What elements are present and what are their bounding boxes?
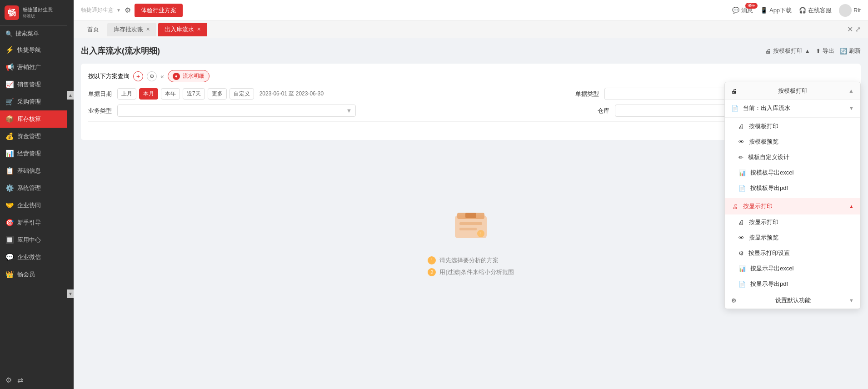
dropdown-template-excel[interactable]: 📊 按模板导出excel xyxy=(725,165,860,180)
filter-add-btn[interactable]: + xyxy=(133,71,143,81)
sidebar-item-finance[interactable]: 💰 资金管理 xyxy=(0,128,67,145)
dropdown-template-preview[interactable]: 👁 按模板预览 xyxy=(725,134,860,150)
empty-icon: ! xyxy=(448,202,494,247)
dropdown-template-print[interactable]: 🖨 按模板打印 xyxy=(725,119,860,134)
purchase-icon: 🛒 xyxy=(5,98,14,106)
app-badge: 标准版 xyxy=(23,13,53,19)
tpl-print-icon: 🖨 xyxy=(738,123,744,130)
system-icon: ⚙️ xyxy=(5,184,14,192)
hint-num-1: 1 xyxy=(428,256,436,264)
sidebar-item-collab[interactable]: 🤝 企业协同 xyxy=(0,197,67,214)
settings-bottom-icon[interactable]: ⚙ xyxy=(5,376,12,384)
topbar-settings-icon[interactable]: ⚙ xyxy=(125,6,131,15)
date-custom-btn[interactable]: 自定义 xyxy=(229,88,254,100)
date-last-month-btn[interactable]: 上月 xyxy=(117,88,136,100)
print-template-btn[interactable]: 🖨 按模板打印 ▲ xyxy=(765,47,810,55)
refresh-label: 刷新 xyxy=(849,47,861,55)
sidebar-item-basic[interactable]: 📋 基础信息 xyxy=(0,162,67,180)
filter-settings-btn[interactable]: ⚙ xyxy=(147,71,157,81)
dropdown-display-print-settings[interactable]: ⚙ 按显示打印设置 xyxy=(725,245,860,261)
dropdown-display-preview[interactable]: 👁 按显示预览 xyxy=(725,230,860,245)
headset-icon: 🎧 xyxy=(799,7,806,14)
sidebar-item-label: 企业协同 xyxy=(17,201,41,209)
sidebar-item-member[interactable]: 👑 畅会员 xyxy=(0,266,67,283)
sidebar-item-enterprise-wx[interactable]: 💬 企业微信 xyxy=(0,249,67,266)
dropdown-display-pdf[interactable]: 📄 按显示导出pdf xyxy=(725,276,860,292)
date-7days-btn[interactable]: 近7天 xyxy=(183,88,205,100)
dropdown-panel-up-arrow[interactable]: ▲ xyxy=(848,88,854,94)
sidebar-scroll-up[interactable]: ▲ xyxy=(67,91,74,100)
dropdown-template-custom[interactable]: ✏ 模板自定义设计 xyxy=(725,150,860,165)
date-filter: 上月 本月 本年 近7天 更多 自定义 xyxy=(117,88,254,100)
disp-excel-icon: 📊 xyxy=(738,265,746,272)
date-this-month-btn[interactable]: 本月 xyxy=(139,88,158,100)
messages-icon: 💬 xyxy=(732,7,739,14)
messages-btn[interactable]: 💬 消息 99+ xyxy=(732,6,753,15)
expand-bottom-icon[interactable]: ⇄ xyxy=(17,376,23,384)
sidebar-item-label: 采购管理 xyxy=(17,98,41,106)
divider-2 xyxy=(725,197,860,197)
sidebar-item-quick-nav[interactable]: ⚡ 快捷导航 xyxy=(0,41,67,59)
sidebar-item-label: 销售管理 xyxy=(17,80,41,89)
tab-batch-account-close[interactable]: ✕ xyxy=(146,26,150,32)
tab-home[interactable]: 首页 xyxy=(81,23,105,36)
dropdown-panel-icon: 🖨 xyxy=(731,88,737,95)
filter-query-header: 按以下方案查询 + ⚙ « ● 流水明细 xyxy=(88,70,853,82)
tab-batch-account[interactable]: 库存批次账 ✕ xyxy=(107,23,156,36)
tab-expand-btn[interactable]: ⤢ xyxy=(855,25,861,34)
tab-home-label: 首页 xyxy=(87,25,99,34)
disp-settings-icon: ⚙ xyxy=(738,250,744,257)
sidebar-item-guide[interactable]: 🎯 新手引导 xyxy=(0,214,67,231)
dropdown-footer[interactable]: ⚙ 设置默认功能 ▼ xyxy=(725,292,860,309)
sidebar-item-app-center[interactable]: 🔲 应用中心 xyxy=(0,231,67,249)
topbar: 畅捷通好生意 ▼ ⚙ 体验行业方案 💬 消息 99+ 📱 App下载 🎧 在线客… xyxy=(74,0,868,21)
enterprise-wx-icon: 💬 xyxy=(5,253,14,261)
page-title-text: 出入库流水(流水明细) xyxy=(81,45,160,56)
app-download-btn[interactable]: 📱 App下载 xyxy=(760,6,792,15)
finance-icon: 💰 xyxy=(5,132,14,140)
dropdown-display-print-header[interactable]: 🖨 按显示打印 ▲ xyxy=(725,198,860,214)
export-btn[interactable]: ⬆ 导出 xyxy=(816,47,834,55)
tpl-pdf-label: 按模板导出pdf xyxy=(750,184,788,192)
biz-type-select[interactable]: ▼ xyxy=(117,105,356,117)
tab-close-all-btn[interactable]: ✕ xyxy=(847,25,853,34)
user-avatar-btn[interactable]: Rit xyxy=(839,4,861,17)
dropdown-display-print[interactable]: 🖨 按显示打印 xyxy=(725,214,860,230)
sidebar-logo: 畅 畅捷通好生意 标准版 xyxy=(0,0,67,26)
print-icon: 🖨 xyxy=(765,48,771,55)
sidebar-scroll-down[interactable]: ▼ xyxy=(67,289,74,298)
print-template-label: 按模板打印 xyxy=(773,47,803,55)
topbar-dropdown-icon[interactable]: ▼ xyxy=(116,8,121,13)
dropdown-current-item[interactable]: 📄 当前：出入库流水 ▼ xyxy=(725,100,860,116)
disp-excel-label: 按显示导出excel xyxy=(750,264,793,273)
sidebar-bottom: ⚙ ⇄ xyxy=(0,371,67,389)
tab-inout-flow-close[interactable]: ✕ xyxy=(197,26,201,32)
dropdown-template-pdf[interactable]: 📄 按模板导出pdf xyxy=(725,180,860,196)
sidebar-item-label: 应用中心 xyxy=(17,236,41,244)
dropdown-display-excel[interactable]: 📊 按显示导出excel xyxy=(725,261,860,276)
tab-inout-flow[interactable]: 出入库流水 ✕ xyxy=(158,23,207,36)
logo-text-block: 畅捷通好生意 标准版 xyxy=(23,6,53,19)
sales-icon: 📈 xyxy=(5,80,14,89)
sidebar-item-operations[interactable]: 📊 经营管理 xyxy=(0,145,67,162)
tpl-excel-label: 按模板导出excel xyxy=(750,169,793,177)
sidebar-item-sales[interactable]: 📈 销售管理 xyxy=(0,76,67,93)
sidebar-item-marketing[interactable]: 📢 营销推广 xyxy=(0,59,67,76)
refresh-btn[interactable]: 🔄 刷新 xyxy=(840,47,861,55)
sidebar-item-inventory[interactable]: 📦 库存核算 xyxy=(0,110,67,128)
marketing-icon: 📢 xyxy=(5,63,14,71)
sidebar-search[interactable]: 🔍 搜索菜单 xyxy=(0,26,67,41)
topbar-username: 畅捷通好生意 xyxy=(81,6,114,14)
trial-btn[interactable]: 体验行业方案 xyxy=(135,4,183,17)
current-dropdown-arrow: ▼ xyxy=(849,105,854,111)
sidebar-item-purchase[interactable]: 🛒 采购管理 xyxy=(0,93,67,110)
footer-dropdown-arrow: ▼ xyxy=(849,298,854,303)
filter-tag-flow[interactable]: ● 流水明细 xyxy=(168,70,210,82)
display-print-header-icon: 🖨 xyxy=(731,203,738,210)
date-more-btn[interactable]: 更多 xyxy=(208,88,227,100)
filter-collapse-left-btn[interactable]: « xyxy=(160,73,164,80)
sidebar-item-system[interactable]: ⚙️ 系统管理 xyxy=(0,180,67,197)
online-service-btn[interactable]: 🎧 在线客服 xyxy=(799,6,832,15)
date-this-year-btn[interactable]: 本年 xyxy=(161,88,180,100)
sidebar-item-label: 企业微信 xyxy=(17,253,41,261)
